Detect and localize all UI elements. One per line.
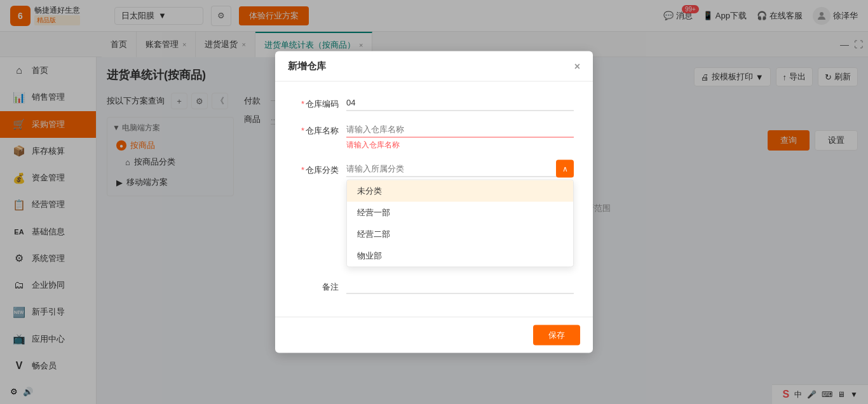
- note-input[interactable]: [346, 278, 574, 294]
- dialog-header: 新增仓库 ×: [275, 51, 593, 82]
- name-input[interactable]: [346, 121, 574, 138]
- code-row: 仓库编码: [294, 95, 574, 111]
- new-warehouse-dialog: 新增仓库 × 仓库编码 仓库名称 请输入仓库名称 仓库分类 ∧: [275, 51, 593, 353]
- name-label: 仓库名称: [294, 121, 339, 137]
- name-input-wrap: 请输入仓库名称: [346, 121, 574, 151]
- category-row: 仓库分类 ∧ 未分类 经营一部 经营二部 物业部: [294, 161, 574, 267]
- name-error-msg: 请输入仓库名称: [346, 140, 574, 151]
- dialog-body: 仓库编码 仓库名称 请输入仓库名称 仓库分类 ∧ 未分类: [275, 82, 593, 317]
- dialog-footer: 保存: [275, 317, 593, 353]
- dialog-close-icon[interactable]: ×: [574, 60, 580, 72]
- category-chevron-icon[interactable]: ∧: [556, 160, 574, 178]
- category-label: 仓库分类: [294, 161, 339, 176]
- dropdown-item-dept1[interactable]: 经营一部: [347, 202, 573, 224]
- dropdown-item-dept3[interactable]: 物业部: [347, 245, 573, 267]
- category-input-wrap: ∧ 未分类 经营一部 经营二部 物业部: [346, 161, 574, 267]
- category-field: ∧: [346, 161, 574, 177]
- code-input[interactable]: [346, 95, 574, 111]
- category-input[interactable]: [346, 161, 574, 177]
- code-label: 仓库编码: [294, 95, 339, 110]
- dropdown-item-unclassified[interactable]: 未分类: [347, 180, 573, 202]
- note-row: 备注: [294, 278, 574, 294]
- note-input-wrap: [346, 278, 574, 294]
- category-dropdown: 未分类 经营一部 经营二部 物业部: [346, 180, 574, 267]
- save-button[interactable]: 保存: [533, 325, 580, 346]
- note-label: 备注: [294, 278, 339, 293]
- name-row: 仓库名称 请输入仓库名称: [294, 121, 574, 151]
- code-input-wrap: [346, 95, 574, 111]
- dropdown-item-dept2[interactable]: 经营二部: [347, 224, 573, 245]
- dialog-title: 新增仓库: [288, 60, 326, 72]
